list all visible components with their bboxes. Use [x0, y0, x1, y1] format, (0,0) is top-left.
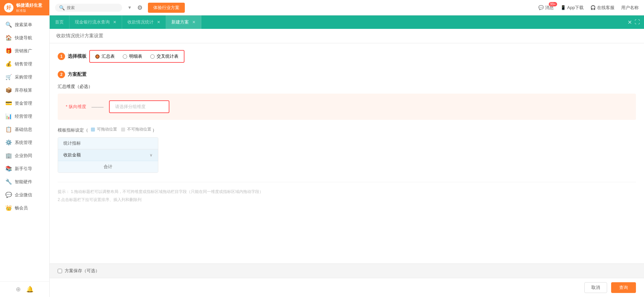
vertical-dimension-label: * 纵向维度 — [66, 104, 86, 110]
step1-number: 1 — [58, 53, 65, 60]
sidebar-item-label: 快捷导航 — [15, 35, 44, 41]
online-support-button[interactable]: 🎧 在线客服 — [590, 5, 614, 11]
step1-section: 1 选择模板 汇总表 明细表 交叉统计表 — [58, 50, 636, 63]
content-area: 收款情况统计方案设置 1 选择模板 汇总表 明细表 — [50, 29, 644, 297]
clipboard-icon: 📋 — [5, 126, 12, 133]
metric-header: 模板指标设定（ 可拖动位置 不可拖动位置 — [58, 127, 636, 133]
fixed-dot — [121, 128, 125, 132]
step2-number: 2 — [58, 71, 65, 78]
sidebar-item-purchase[interactable]: 🛒 采购管理 — [0, 70, 49, 84]
sidebar-logo: 好 畅捷通好生意 标准版 — [0, 0, 49, 15]
dimension-area: * 纵向维度 —— 请选择分组维度 — [58, 94, 636, 120]
sidebar-item-marketing[interactable]: 🎁 营销推广 — [0, 44, 49, 57]
sidebar-item-member[interactable]: 👑 畅会员 — [0, 201, 49, 214]
tab-home-label: 首页 — [55, 19, 64, 25]
sidebar-item-label: 采购管理 — [15, 74, 44, 80]
sidebar-item-label: 畅会员 — [15, 205, 44, 211]
tab-bank-flow[interactable]: 现金银行流水查询 ✕ — [69, 15, 122, 29]
tab-receipt-stats-close[interactable]: ✕ — [157, 20, 160, 24]
metric-table-header: 统计指标 — [58, 138, 158, 149]
dimension-title: 汇总维度（必选） — [58, 84, 636, 90]
tab-home[interactable]: 首页 — [50, 15, 69, 29]
sidebar-item-search[interactable]: 🔍 搜索菜单 — [0, 18, 49, 31]
tabs-expand-icon[interactable]: ⛶ — [635, 19, 640, 25]
radio-summary[interactable]: 汇总表 — [95, 53, 115, 59]
movable-dot — [91, 128, 95, 132]
app-download-label: App下载 — [567, 5, 584, 11]
sidebar-item-label: 基础信息 — [15, 127, 44, 133]
sidebar-item-quick-nav[interactable]: 🏠 快捷导航 — [0, 31, 49, 44]
step2-title: 方案配置 — [68, 71, 87, 78]
sidebar-item-label: 智能硬件 — [15, 179, 44, 185]
sidebar-item-inventory[interactable]: 📦 库存核算 — [0, 84, 49, 97]
dimension-select[interactable]: 请选择分组维度 — [109, 100, 169, 113]
radio-summary-label: 汇总表 — [102, 53, 115, 59]
user-button[interactable]: 用户名称 — [621, 5, 639, 11]
form-container: 1 选择模板 汇总表 明细表 交叉统计表 — [50, 43, 644, 263]
logo-name: 畅捷通好生意 — [16, 2, 42, 8]
search-box[interactable]: 🔍 — [55, 4, 122, 12]
sidebar-bottom: ⊕ 🔔 — [0, 281, 49, 297]
sidebar-item-operations[interactable]: 📊 经营管理 — [0, 110, 49, 123]
step2-header: 2 方案配置 — [58, 71, 636, 78]
tip-line2: 2.点击标题栏下拉可设置排序、插入列和删除列 — [58, 196, 636, 204]
sidebar-bottom-icon-right[interactable]: 🔔 — [26, 286, 34, 293]
tool-icon: 🔧 — [5, 179, 12, 185]
save-checkbox[interactable] — [58, 269, 62, 273]
tabs-actions: ✕ ⛶ — [624, 15, 644, 29]
sidebar-item-label: 企业微信 — [15, 192, 44, 198]
tab-bank-flow-close[interactable]: ✕ — [113, 20, 116, 24]
search-input[interactable] — [67, 5, 117, 10]
money-icon: 💰 — [5, 61, 12, 67]
search-dropdown-icon[interactable]: ▼ — [127, 5, 132, 10]
settings-icon[interactable]: ⚙ — [137, 4, 143, 11]
sidebar-item-smart-hw[interactable]: 🔧 智能硬件 — [0, 175, 49, 188]
sidebar-item-beginner[interactable]: 📚 新手引导 — [0, 162, 49, 175]
logo-icon: 好 — [4, 3, 13, 12]
metric-table: 统计指标 收款金额 ∨ 合计 — [58, 137, 158, 173]
logo-version: 标准版 — [16, 8, 42, 13]
sidebar-item-label: 资金管理 — [15, 100, 44, 106]
sidebar-nav: 🔍 搜索菜单 🏠 快捷导航 🎁 营销推广 💰 销售管理 🛒 采购管理 📦 库存核… — [0, 15, 49, 281]
sidebar-item-finance[interactable]: 💳 资金管理 — [0, 97, 49, 110]
tab-new-plan-close[interactable]: ✕ — [192, 20, 196, 24]
download-icon: 📱 — [560, 5, 566, 10]
sidebar-item-label: 库存核算 — [15, 87, 44, 93]
dimension-row: * 纵向维度 —— 请选择分组维度 — [66, 100, 628, 113]
cancel-button[interactable]: 取消 — [584, 282, 607, 293]
tip-line1: 提示： 1.拖动标题栏可以调整布局，不可跨维度或指标区域拖动栏目字段（只能在同一… — [58, 188, 636, 196]
search-icon: 🔍 — [5, 21, 12, 28]
message-button[interactable]: 💬 消息 99+ — [538, 5, 554, 11]
sidebar-item-enterprise[interactable]: 🏢 企业协同 — [0, 149, 49, 162]
tab-bank-flow-label: 现金银行流水查询 — [75, 19, 110, 25]
tab-new-plan-label: 新建方案 — [171, 19, 189, 25]
topbar: 🔍 ▼ ⚙ 体验行业方案 💬 消息 99+ 📱 App下载 🎧 在线客服 用户名… — [50, 0, 644, 15]
save-option-bar: 方案保存（可选） — [50, 263, 644, 278]
search-icon: 🔍 — [59, 5, 65, 10]
sidebar-item-label: 企业协同 — [15, 153, 44, 159]
tab-new-plan[interactable]: 新建方案 ✕ — [166, 15, 201, 29]
main-area: 🔍 ▼ ⚙ 体验行业方案 💬 消息 99+ 📱 App下载 🎧 在线客服 用户名… — [50, 0, 644, 297]
bottom-bar: 取消 查询 — [50, 278, 644, 297]
tips-section: 提示： 1.拖动标题栏可以调整布局，不可跨维度或指标区域拖动栏目字段（只能在同一… — [58, 182, 636, 204]
save-option-label[interactable]: 方案保存（可选） — [65, 268, 100, 274]
dimension-config: 汇总维度（必选） * 纵向维度 —— 请选择分组维度 — [58, 84, 636, 204]
tab-receipt-stats[interactable]: 收款情况统计 ✕ — [122, 15, 166, 29]
metric-cell-amount[interactable]: 收款金额 ∨ — [58, 149, 158, 161]
tabs-close-icon[interactable]: ✕ — [628, 19, 632, 26]
sidebar-bottom-icon-left[interactable]: ⊕ — [16, 286, 21, 293]
sidebar-item-corp-wechat[interactable]: 💬 企业微信 — [0, 188, 49, 201]
query-button[interactable]: 查询 — [611, 282, 636, 293]
metric-settings-label: 模板指标设定（ 可拖动位置 不可拖动位置 — [58, 127, 157, 133]
app-download-button[interactable]: 📱 App下载 — [560, 5, 584, 11]
dimension-arrow: —— — [92, 103, 104, 110]
sidebar-item-sales[interactable]: 💰 销售管理 — [0, 57, 49, 70]
sidebar-item-base-info[interactable]: 📋 基础信息 — [0, 123, 49, 136]
trial-button[interactable]: 体验行业方案 — [148, 3, 185, 13]
step1-title: 选择模板 — [68, 53, 87, 59]
dimension-placeholder: 请选择分组维度 — [115, 104, 146, 109]
sidebar-item-system[interactable]: ⚙️ 系统管理 — [0, 136, 49, 149]
radio-detail[interactable]: 明细表 — [123, 53, 142, 59]
tab-bar: 首页 现金银行流水查询 ✕ 收款情况统计 ✕ 新建方案 ✕ ✕ ⛶ — [50, 15, 644, 29]
radio-cross[interactable]: 交叉统计表 — [150, 53, 178, 59]
